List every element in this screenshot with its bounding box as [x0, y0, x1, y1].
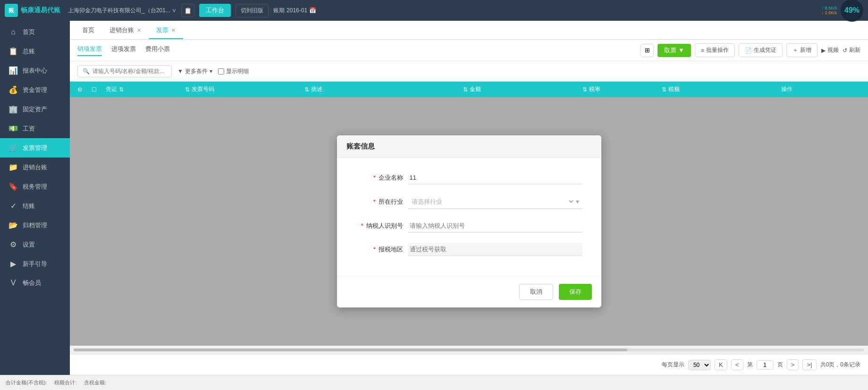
- tabbar: 首页 进销台账 ✕ 发票 ✕: [70, 21, 868, 40]
- tax-region-input: [408, 243, 582, 256]
- tab-invoice[interactable]: 发票 ✕: [149, 22, 183, 39]
- sidebar-item-label: 税务管理: [23, 183, 47, 191]
- sidebar-item-settings[interactable]: ⚙ 设置: [0, 235, 70, 254]
- sidebar-item-sales[interactable]: 📁 进销台账: [0, 158, 70, 177]
- show-detail-check[interactable]: [218, 68, 224, 75]
- sidebar-item-label: 工资: [23, 124, 35, 133]
- industry-select[interactable]: 请选择行业: [410, 198, 575, 206]
- dialog-title: 账套信息: [337, 135, 601, 158]
- speed-dn: ↓ 2.6K/s: [821, 10, 837, 15]
- table-header: ⚙ ☐ 凭证 ⇅ ⇅ 发票号码 ⇅ 摘述 ⇅ 金额 ⇅ 税率: [70, 82, 868, 97]
- search-wrapper[interactable]: 🔍: [77, 65, 172, 77]
- th-checkbox[interactable]: ☐: [92, 86, 106, 93]
- prev-page-button[interactable]: <: [731, 359, 743, 370]
- archive-icon: 📂: [8, 221, 18, 230]
- tab-sales[interactable]: 进销台账 ✕: [102, 22, 149, 39]
- scroll-thumb[interactable]: [74, 349, 627, 351]
- sidebar-item-label: 新手引导: [23, 260, 47, 268]
- per-page-select[interactable]: 50: [688, 360, 711, 370]
- speed-gauge: 49%: [841, 0, 863, 22]
- tab-invoice-label: 发票: [156, 26, 169, 34]
- company-icon-btn[interactable]: 📋: [181, 4, 194, 17]
- sales-icon: 📁: [8, 163, 18, 172]
- tab-sales-close[interactable]: ✕: [137, 27, 141, 33]
- subnav-item-purchase-invoice[interactable]: 进项发票: [111, 45, 136, 56]
- sidebar-item-home[interactable]: ⌂ 首页: [0, 23, 70, 41]
- th-actions: 操作: [781, 85, 860, 93]
- reports-icon: 📊: [8, 66, 18, 75]
- grid-view-button[interactable]: ⊞: [640, 44, 654, 57]
- guide-icon: ▶: [8, 259, 18, 268]
- sidebar-item-archive[interactable]: 📂 归档管理: [0, 216, 70, 235]
- th-tax-amount: ⇅ 税额: [662, 85, 781, 93]
- scroll-track: [74, 349, 864, 351]
- sidebar-item-label: 资金管理: [23, 86, 47, 94]
- pagination: 每页显示 50 K < 第 页 > >| 共0页，0条记录: [70, 354, 868, 375]
- invoice-icon: 🛒: [8, 143, 18, 152]
- subnav-item-expense[interactable]: 费用小票: [145, 45, 170, 56]
- page-body: 账套信息 * 企业名称 *: [70, 97, 868, 346]
- subnav-item-sales-invoice[interactable]: 销项发票: [77, 45, 102, 56]
- tab-home[interactable]: 首页: [75, 22, 102, 39]
- subnav-actions: ⊞ 取票 ▼ ≡ 批量操作 📄 生成凭证 ＋ 新增 ▶: [640, 43, 860, 57]
- company-name-label: * 企业名称: [356, 174, 408, 182]
- dialog-body: * 企业名称 * 所在行业: [337, 158, 601, 276]
- sidebar-item-assets[interactable]: 🏢 固定资产: [0, 100, 70, 119]
- show-detail-checkbox[interactable]: 显示明细: [218, 67, 249, 75]
- batch-op-button[interactable]: ≡ 批量操作: [695, 43, 735, 57]
- search-icon: 🔍: [83, 68, 90, 75]
- add-new-button[interactable]: ＋ 新增: [786, 43, 817, 57]
- sidebar-item-funds[interactable]: 💰 资金管理: [0, 80, 70, 100]
- logo-icon: 账: [5, 4, 18, 17]
- close-acct-icon: ✓: [8, 201, 18, 210]
- cancel-button[interactable]: 取消: [519, 284, 553, 300]
- sidebar-item-label: 报表中心: [23, 66, 47, 75]
- content-area: 首页 进销台账 ✕ 发票 ✕ 销项发票 进项发票 费用小票 ⊞ 取票 ▼: [70, 21, 868, 375]
- more-conditions-button[interactable]: ▼ 更多条件 ▾: [177, 67, 212, 75]
- sidebar-item-reports[interactable]: 📊 报表中心: [0, 61, 70, 80]
- company-name-input[interactable]: [408, 171, 582, 184]
- search-input[interactable]: [93, 68, 167, 75]
- next-page-button[interactable]: >: [787, 359, 799, 370]
- sidebar-item-tax[interactable]: 🔖 税务管理: [0, 177, 70, 196]
- tax-region-row: * 报税地区: [356, 243, 582, 256]
- th-voucher: 凭证 ⇅: [106, 85, 185, 93]
- page-suffix: 页: [777, 361, 783, 369]
- horizontal-scrollbar[interactable]: [70, 346, 868, 354]
- industry-select-wrap[interactable]: 请选择行业 ▼: [408, 195, 582, 209]
- sidebar-item-ledger[interactable]: 📋 总账: [0, 41, 70, 61]
- first-page-button[interactable]: K: [715, 359, 727, 370]
- page-input[interactable]: [757, 360, 774, 370]
- vip-icon: V: [8, 279, 18, 287]
- video-button[interactable]: ▶ 视频: [821, 46, 839, 54]
- company-selector[interactable]: 上海卯金刀电子科技有限公司_（台201... ∨: [68, 7, 177, 15]
- gen-voucher-button[interactable]: 📄 生成凭证: [739, 43, 783, 57]
- refresh-button[interactable]: ↺ 刷新: [843, 46, 860, 54]
- save-button[interactable]: 保存: [559, 284, 592, 300]
- app-logo: 账 畅康通易代账: [5, 4, 60, 17]
- sidebar-item-vip[interactable]: V 畅会员: [0, 274, 70, 292]
- app-name: 畅康通易代账: [21, 6, 60, 15]
- ledger-icon: 📋: [8, 47, 18, 56]
- tab-invoice-close[interactable]: ✕: [171, 27, 176, 33]
- sidebar-item-salary[interactable]: 💵 工资: [0, 119, 70, 138]
- th-abstract: ⇅ 摘述: [304, 85, 463, 93]
- workbench-button[interactable]: 工作台: [199, 4, 231, 17]
- funds-icon: 💰: [8, 85, 18, 94]
- settings-icon: ⚙: [8, 240, 18, 249]
- last-page-button[interactable]: >|: [802, 359, 816, 370]
- tax-total-label: 税额合计:: [54, 379, 76, 386]
- sidebar: ⌂ 首页 📋 总账 📊 报表中心 💰 资金管理 🏢 固定资产 💵 工资 🛒 发票…: [0, 21, 70, 375]
- sidebar-item-label: 结账: [23, 202, 35, 210]
- sidebar-item-guide[interactable]: ▶ 新手引导: [0, 254, 70, 274]
- sidebar-item-close[interactable]: ✓ 结账: [0, 196, 70, 216]
- tax-id-label: * 纳税人识别号: [356, 222, 408, 230]
- speed-info: ↑ 8.5K/s ↓ 2.6K/s: [821, 6, 837, 15]
- salary-icon: 💵: [8, 124, 18, 133]
- bottombar: 合计金额(不含税): 税额合计: 含税金额:: [0, 375, 868, 390]
- company-name-row: * 企业名称: [356, 171, 582, 184]
- take-ticket-button[interactable]: 取票 ▼: [657, 44, 691, 57]
- sidebar-item-invoice[interactable]: 🛒 发票管理: [0, 138, 70, 158]
- tax-id-input[interactable]: [408, 219, 582, 232]
- old-version-button[interactable]: 切到旧版: [236, 4, 269, 17]
